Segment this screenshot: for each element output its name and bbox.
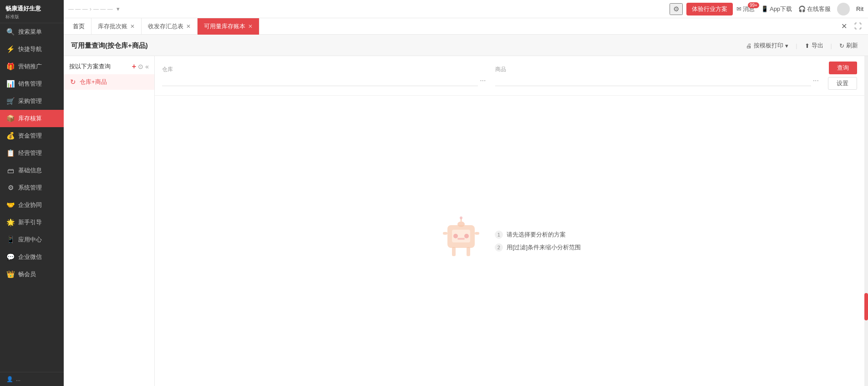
sidebar-item-label: 销售管理 (18, 80, 42, 88)
sidebar-item-label: 采购管理 (18, 97, 42, 105)
scheme-item-label: 仓库+商品 (80, 78, 107, 86)
online-service-button[interactable]: 🎧 在线客服 (798, 5, 831, 13)
empty-tip-1: 1 请先选择要分析的方案 (495, 231, 581, 239)
sidebar-item-wechat[interactable]: 💬 企业微信 (0, 248, 64, 266)
sidebar-item-label: 经营管理 (18, 149, 42, 157)
sidebar-item-search[interactable]: 🔍 搜索菜单 (0, 23, 64, 41)
topbar: — — — › — — — ▾ ⚙ 体验行业方案 ✉ 消息 99+ 📱 App下… (64, 0, 868, 18)
expand-tab-button[interactable]: ⛶ (852, 21, 864, 32)
sidebar-item-marketing[interactable]: 🎁 营销推广 (0, 58, 64, 75)
tabs-bar: 首页 库存批次账 ✕ 收发存汇总表 ✕ 可用量库存账本 ✕ ✕ ⛶ (64, 18, 868, 35)
right-scrollbar[interactable] (864, 56, 868, 386)
warehouse-more-icon[interactable]: ··· (480, 77, 486, 85)
message-button[interactable]: ✉ 消息 99+ (736, 5, 755, 13)
sidebar-logo: 畅康通好生意 标准版 (0, 0, 64, 23)
sidebar-item-label: 资金管理 (18, 132, 42, 140)
message-icon: ✉ (736, 5, 741, 12)
scrollbar-thumb[interactable] (864, 293, 868, 320)
gift-icon: 🎁 (6, 62, 15, 71)
scheme-settings-button[interactable]: ⊙ (138, 62, 143, 71)
sidebar-item-label: 系统管理 (18, 184, 42, 192)
print-dropdown-icon[interactable]: ▾ (785, 42, 788, 49)
print-button[interactable]: 🖨 按模板打印 ▾ (743, 40, 791, 51)
sidebar-item-label: 企业微信 (18, 253, 42, 261)
sidebar-item-inventory[interactable]: 📦 库存核算 (0, 110, 64, 127)
filter-settings-button[interactable]: 设置 (828, 77, 857, 90)
sidebar-item-sales[interactable]: 📊 销售管理 (0, 75, 64, 93)
refresh-icon: ↻ (839, 42, 844, 49)
refresh-button[interactable]: ↻ 刷新 (837, 40, 861, 51)
user-avatar[interactable] (837, 3, 850, 15)
warehouse-input[interactable] (162, 75, 478, 86)
export-label: 导出 (812, 41, 823, 50)
industry-solution-button[interactable]: 体验行业方案 (686, 3, 733, 15)
scheme-item-warehouse-goods[interactable]: ↻ 仓库+商品 (64, 74, 154, 90)
page-header: 可用量查询(按仓库+商品) 🖨 按模板打印 ▾ | ⬆ 导出 | ↻ 刷新 (64, 35, 868, 56)
tab-close-icon[interactable]: ✕ (186, 23, 191, 30)
export-button[interactable]: ⬆ 导出 (802, 40, 826, 51)
breadcrumb-sep: › (90, 5, 91, 12)
sidebar-item-label: 企业协同 (18, 201, 42, 209)
svg-rect-5 (443, 232, 447, 235)
svg-point-9 (457, 221, 465, 227)
app-download-label: App下载 (770, 5, 792, 13)
sidebar-item-system[interactable]: ⚙ 系统管理 (0, 179, 64, 196)
sidebar-item-cooperation[interactable]: 🤝 企业协同 (0, 196, 64, 214)
sidebar-item-basic[interactable]: 🗃 基础信息 (0, 162, 64, 179)
empty-state: 1 请先选择要分析的方案 2 用[过滤]条件来缩小分析范围 (155, 96, 864, 386)
sidebar-item-label: 应用中心 (18, 236, 42, 244)
scheme-collapse-button[interactable]: « (145, 62, 149, 71)
tip-text-1: 请先选择要分析的方案 (507, 231, 566, 239)
tabs-right-controls: ✕ ⛶ (838, 20, 868, 32)
clipboard-icon: 📋 (6, 149, 15, 157)
sidebar-item-label: 库存核算 (18, 114, 42, 123)
tab-label: 首页 (73, 22, 85, 31)
sidebar-item-operations[interactable]: 📋 经营管理 (0, 144, 64, 162)
phone-icon: 📱 (761, 5, 768, 12)
sidebar-item-member[interactable]: 👑 畅会员 (0, 266, 64, 283)
sidebar: 畅康通好生意 标准版 🔍 搜索菜单 ⚡ 快捷导航 🎁 营销推广 📊 销售管理 🛒… (0, 0, 64, 386)
message-badge: 99+ (748, 2, 759, 8)
breadcrumb: — — — › — — — ▾ (68, 5, 666, 12)
close-tab-button[interactable]: ✕ (838, 20, 850, 32)
goods-filter: 商品 ··· (495, 66, 819, 86)
empty-illustration (438, 211, 484, 270)
divider: | (831, 42, 832, 49)
goods-more-icon[interactable]: ··· (813, 77, 819, 85)
tab-inventory-batch[interactable]: 库存批次账 ✕ (91, 18, 142, 35)
page-title: 可用量查询(按仓库+商品) (71, 41, 148, 50)
tab-stock-summary[interactable]: 收发存汇总表 ✕ (142, 18, 198, 35)
sidebar-item-label: 畅会员 (18, 270, 36, 278)
sidebar-footer: 👤 ... (0, 372, 64, 386)
tab-available-stock[interactable]: 可用量库存账本 ✕ (198, 18, 259, 35)
svg-point-11 (460, 216, 462, 219)
sidebar-item-purchase[interactable]: 🛒 采购管理 (0, 93, 64, 110)
scheme-actions: + ⊙ « (132, 62, 149, 71)
query-button[interactable]: 查询 (829, 62, 857, 74)
tab-label: 库存批次账 (98, 22, 127, 31)
divider: | (796, 42, 797, 49)
goods-input[interactable] (495, 75, 811, 86)
tab-close-icon[interactable]: ✕ (130, 23, 135, 30)
sidebar-item-apps[interactable]: 📱 应用中心 (0, 231, 64, 248)
tab-close-icon[interactable]: ✕ (248, 23, 253, 30)
box-icon: 📦 (6, 114, 15, 123)
sidebar-item-shortcut[interactable]: ⚡ 快捷导航 (0, 41, 64, 58)
tip-text-2: 用[过滤]条件来缩小分析范围 (507, 243, 581, 252)
breadcrumb-dropdown-icon[interactable]: ▾ (117, 5, 120, 12)
crown-icon: 👑 (6, 270, 15, 278)
sidebar-item-finance[interactable]: 💰 资金管理 (0, 127, 64, 144)
sidebar-item-label: 搜索菜单 (18, 28, 42, 36)
svg-rect-4 (457, 238, 465, 240)
tab-home[interactable]: 首页 (66, 18, 91, 35)
right-panel: 仓库 ··· 商品 ··· 查询 设置 (155, 56, 864, 386)
logo-sub: 标准版 (5, 14, 19, 19)
filter-bar: 仓库 ··· 商品 ··· 查询 设置 (155, 56, 864, 96)
scheme-add-button[interactable]: + (132, 62, 136, 71)
logo-text: 畅康通好生意 (5, 5, 41, 12)
topbar-gear-button[interactable]: ⚙ (670, 3, 683, 15)
scheme-title: 按以下方案查询 (69, 62, 111, 71)
app-download-button[interactable]: 📱 App下载 (761, 5, 792, 13)
svg-point-2 (453, 234, 458, 238)
sidebar-item-newbie[interactable]: 🌟 新手引导 (0, 214, 64, 231)
